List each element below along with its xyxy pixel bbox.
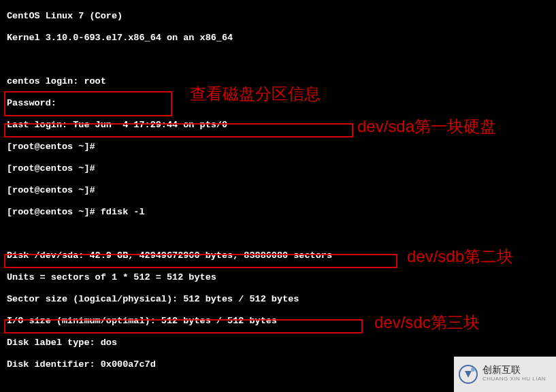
logo-text: 创新互联 CHUANG XIN HU LIAN (483, 365, 546, 383)
distro-line: CentOS Linux 7 (Core) (7, 11, 426, 22)
logo-icon (458, 364, 478, 385)
kernel-line: Kernel 3.10.0-693.el7.x86_64 on an x86_6… (7, 33, 426, 44)
blank (7, 229, 426, 240)
watermark-logo: 创新互联 CHUANG XIN HU LIAN (454, 357, 556, 392)
fdisk-command[interactable]: [root@centos ~]# fdisk -l (7, 207, 426, 218)
disk-sda-io: I/O size (minimum/optimal): 512 bytes / … (7, 316, 426, 327)
disk-sda-identifier: Disk identifier: 0x000a7c7d (7, 359, 426, 370)
disk-sda-sector: Sector size (logical/physical): 512 byte… (7, 294, 426, 305)
password-prompt: Password: (7, 98, 426, 109)
last-login: Last login: Tue Jun 4 17:29:44 on pts/0 (7, 120, 426, 131)
blank (7, 381, 426, 392)
svg-point-1 (471, 368, 475, 372)
disk-sda-labeltype: Disk label type: dos (7, 338, 426, 348)
disk-sda-header: Disk /dev/sda: 42.9 GB, 42949672960 byte… (7, 250, 426, 261)
logo-text-cn: 创新互联 (483, 365, 546, 374)
logo-text-en: CHUANG XIN HU LIAN (483, 374, 546, 383)
shell-prompt[interactable]: [root@centos ~]# (7, 163, 426, 174)
shell-prompt[interactable]: [root@centos ~]# (7, 185, 426, 196)
login-prompt: centos login: root (7, 76, 426, 87)
terminal-output: CentOS Linux 7 (Core) Kernel 3.10.0-693.… (7, 0, 426, 392)
disk-sda-units: Units = sectors of 1 * 512 = 512 bytes (7, 272, 426, 283)
blank (7, 54, 426, 65)
shell-prompt[interactable]: [root@centos ~]# (7, 142, 426, 152)
